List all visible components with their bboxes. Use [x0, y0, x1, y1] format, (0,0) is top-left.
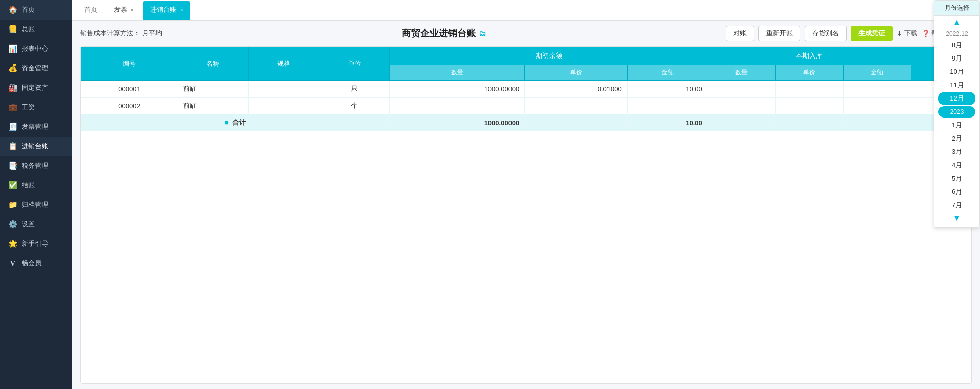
tab-home[interactable]: 首页 — [77, 1, 105, 20]
reopen-button[interactable]: 重新开账 — [758, 26, 800, 41]
funds-icon: 💰 — [8, 64, 17, 73]
cell-unit-1: 只 — [319, 81, 390, 98]
tab-invoice-label: 发票 — [114, 5, 127, 14]
cell-qty-in-2 — [708, 98, 775, 114]
month-item-9[interactable]: 9月 — [934, 52, 979, 65]
reconcile-button[interactable]: 对账 — [726, 26, 754, 41]
closing-icon: ✅ — [8, 181, 17, 190]
sidebar-label-vip: 畅会员 — [22, 259, 42, 268]
sub-header-qty-open: 数量 — [390, 65, 525, 81]
month-item-2[interactable]: 2月 — [934, 132, 979, 145]
sidebar-item-closing[interactable]: ✅ 结账 — [0, 176, 72, 195]
sidebar-item-assets[interactable]: 🏭 固定资产 — [0, 78, 72, 98]
cell-price-open-1: 0.01000 — [525, 81, 627, 98]
sidebar-label-settings: 设置 — [22, 220, 35, 229]
sidebar-label-invoice-mgmt: 发票管理 — [22, 122, 48, 131]
home-icon: 🏠 — [8, 5, 17, 14]
sidebar-label-ledger: 总账 — [22, 25, 35, 34]
content-area: 销售成本计算方法： 月平均 商贸企业进销台账 🗂 对账 重新开账 存货别名 生成… — [72, 21, 980, 389]
sidebar-item-ledger[interactable]: 📒 总账 — [0, 20, 72, 39]
tab-purchase-sales[interactable]: 进销台账 × — [143, 1, 190, 20]
cell-id-2: 000002 — [81, 98, 178, 114]
page-title-text: 商贸企业进销台账 — [402, 27, 476, 40]
table-row: 000001 前缸 只 1000.00000 0.01000 10.00 — [81, 81, 971, 98]
cell-name-1: 前缸 — [178, 81, 248, 98]
sidebar-item-tax[interactable]: 📑 税务管理 — [0, 156, 72, 176]
tab-bar: 首页 发票 × 进销台账 × ✕ ⛶ — [72, 0, 980, 21]
cell-qty-open-2 — [390, 98, 525, 114]
month-nav-up-button[interactable]: ▲ — [950, 17, 964, 27]
year-2023-badge: 2023 — [938, 106, 975, 118]
cost-method-value: 月平均 — [142, 29, 162, 37]
sub-header-qty-in: 数量 — [708, 65, 775, 81]
month-item-11[interactable]: 11月 — [934, 79, 979, 92]
page-title-info-icon[interactable]: 🗂 — [479, 29, 486, 37]
total-label: 合计 — [232, 119, 246, 126]
invoice-mgmt-icon: 🧾 — [8, 122, 17, 131]
data-table: 编号 名称 规格 单位 期初余额 本期入库 数量 单价 金额 数量 单价 — [81, 47, 971, 131]
month-item-10[interactable]: 10月 — [934, 65, 979, 79]
month-item-4[interactable]: 4月 — [934, 159, 979, 172]
tab-home-label: 首页 — [84, 5, 97, 14]
col-header-inbound: 本期入库 — [708, 47, 911, 65]
total-qty-open: 1000.00000 — [390, 114, 525, 131]
tab-invoice[interactable]: 发票 × — [107, 1, 141, 20]
download-label: 下载 — [904, 29, 917, 38]
sidebar-item-home[interactable]: 🏠 首页 — [0, 0, 72, 20]
sidebar-item-reports[interactable]: 📊 报表中心 — [0, 39, 72, 59]
sub-header-amount-open: 金额 — [627, 65, 708, 81]
month-item-7[interactable]: 7月 — [934, 199, 979, 212]
sidebar-label-assets: 固定资产 — [22, 83, 48, 92]
sidebar-item-purchase-sales[interactable]: 📋 进销台账 — [0, 137, 72, 156]
sidebar-item-settings[interactable]: ⚙️ 设置 — [0, 215, 72, 234]
tab-purchase-sales-close[interactable]: × — [180, 7, 183, 13]
assets-icon: 🏭 — [8, 83, 17, 92]
sub-header-price-in: 单价 — [775, 65, 843, 81]
month-item-8[interactable]: 8月 — [934, 38, 979, 52]
month-picker-title: 月份选择 — [934, 1, 979, 16]
month-item-3[interactable]: 3月 — [934, 145, 979, 159]
total-row: ■ 合计 1000.00000 10.00 — [81, 114, 971, 131]
tab-invoice-close[interactable]: × — [130, 7, 133, 13]
sidebar-item-archive[interactable]: 📁 归档管理 — [0, 195, 72, 215]
total-amount-in — [843, 114, 911, 131]
cell-spec-2 — [248, 98, 319, 114]
cell-id-1: 000001 — [81, 81, 178, 98]
month-item-12[interactable]: 12月 — [938, 92, 975, 105]
sidebar-label-home: 首页 — [22, 5, 35, 14]
cell-amount-in-2 — [843, 98, 911, 114]
sidebar-item-funds[interactable]: 💰 资金管理 — [0, 59, 72, 78]
month-item-1[interactable]: 1月 — [934, 119, 979, 132]
cost-method: 销售成本计算方法： 月平均 — [80, 29, 162, 38]
col-header-spec: 规格 — [248, 47, 319, 81]
year-2022-label: 2022.12 — [934, 28, 979, 38]
purchase-sales-icon: 📋 — [8, 142, 17, 151]
month-item-5[interactable]: 5月 — [934, 172, 979, 185]
settings-icon: ⚙️ — [8, 220, 17, 229]
guide-icon: 🌟 — [8, 239, 17, 248]
month-item-6[interactable]: 6月 — [934, 185, 979, 199]
total-label-cell: ■ 合计 — [81, 114, 390, 131]
generate-voucher-button[interactable]: 生成凭证 — [851, 26, 893, 41]
save-alias-button[interactable]: 存货别名 — [805, 26, 847, 41]
download-icon: ⬇ — [897, 30, 903, 37]
main-area: 首页 发票 × 进销台账 × ✕ ⛶ 销售成本计算方法： 月平均 商贸企业进销台… — [72, 0, 980, 389]
sidebar-item-invoice-mgmt[interactable]: 🧾 发票管理 — [0, 117, 72, 137]
cell-spec-1 — [248, 81, 319, 98]
page-title: 商贸企业进销台账 🗂 — [162, 27, 726, 40]
month-picker-panel: 月份选择 ▲ 2022.12 8月 9月 10月 11月 12月 2023 1月… — [934, 0, 980, 228]
sidebar-item-vip[interactable]: V 畅会员 — [0, 254, 72, 273]
table-row: 000002 前缸 个 — [81, 98, 971, 114]
content-topbar: 销售成本计算方法： 月平均 商贸企业进销台账 🗂 对账 重新开账 存货别名 生成… — [80, 26, 972, 41]
download-button[interactable]: ⬇ 下载 — [897, 29, 917, 38]
cell-name-2: 前缸 — [178, 98, 248, 114]
tax-icon: 📑 — [8, 161, 17, 170]
sidebar-item-payroll[interactable]: 💼 工资 — [0, 98, 72, 117]
sidebar-label-archive: 归档管理 — [22, 200, 48, 209]
help-icon: ❓ — [922, 30, 930, 37]
sidebar-item-guide[interactable]: 🌟 新手引导 — [0, 234, 72, 254]
month-nav-down-button[interactable]: ▼ — [950, 213, 964, 223]
sidebar-label-closing: 结账 — [22, 181, 35, 190]
sidebar-label-reports: 报表中心 — [22, 44, 48, 53]
sidebar-label-tax: 税务管理 — [22, 161, 48, 170]
